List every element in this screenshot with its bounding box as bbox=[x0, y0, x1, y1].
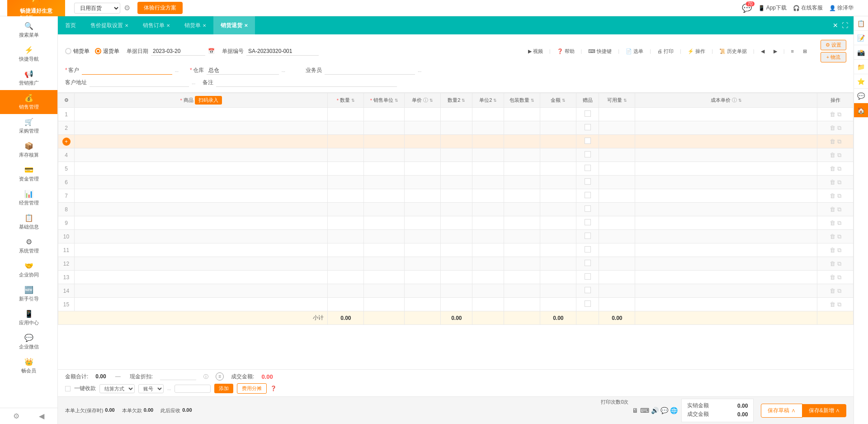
unit2-cell-1[interactable] bbox=[472, 108, 504, 121]
sidebar-item-member[interactable]: 👑 畅会员 bbox=[0, 354, 57, 378]
customer-input[interactable] bbox=[82, 66, 172, 75]
delete-row-6[interactable]: 🗑 bbox=[830, 179, 835, 186]
copy-row-14[interactable]: ⧉ bbox=[837, 287, 841, 295]
qty2-cell-2[interactable] bbox=[441, 121, 472, 135]
product-input-3[interactable] bbox=[78, 138, 324, 145]
sidebar-item-operation[interactable]: 📊 经营管理 bbox=[0, 186, 57, 210]
taskbar-icon-3[interactable]: 🔊 bbox=[651, 407, 659, 414]
tab-sales-delivery-close[interactable]: ✕ bbox=[203, 23, 206, 28]
cost-info-icon[interactable]: ⓘ bbox=[732, 97, 737, 104]
gift-cell-3[interactable] bbox=[576, 135, 599, 148]
right-btn-star[interactable]: ⭐ bbox=[854, 74, 868, 89]
delete-row-4[interactable]: 🗑 bbox=[830, 152, 835, 159]
video-btn[interactable]: ▶ 视频 bbox=[525, 47, 546, 56]
product-cell-2[interactable] bbox=[75, 121, 328, 135]
copy-row-10[interactable]: ⧉ bbox=[837, 233, 841, 240]
tab-price-extract-close[interactable]: ✕ bbox=[125, 23, 128, 28]
sidebar-item-system[interactable]: ⚙ 系统管理 bbox=[0, 234, 57, 258]
delete-row-7[interactable]: 🗑 bbox=[830, 192, 835, 200]
tab-home[interactable]: 首页 bbox=[58, 16, 83, 34]
tab-sales-return[interactable]: 销货退货 ✕ bbox=[213, 16, 255, 34]
settings-gear-icon[interactable]: ⚙ bbox=[124, 4, 130, 12]
unit2-cell-2[interactable] bbox=[472, 121, 504, 135]
payment-amount-input[interactable] bbox=[175, 385, 211, 393]
avail-cell-3[interactable] bbox=[599, 135, 635, 148]
taskbar-icon-2[interactable]: ⌨ bbox=[640, 407, 649, 414]
history-btn[interactable]: 📜 历史单据 bbox=[717, 47, 750, 56]
gift-cell-2[interactable] bbox=[576, 121, 599, 135]
product-cell-3[interactable] bbox=[75, 135, 328, 148]
qty-cell-3[interactable] bbox=[328, 135, 364, 148]
sidebar-settings-icon[interactable]: ⚙ bbox=[13, 412, 19, 420]
copy-row-6[interactable]: ⧉ bbox=[837, 179, 841, 186]
sidebar-item-wechat[interactable]: 💬 企业微信 bbox=[0, 330, 57, 354]
table-gear-icon[interactable]: ⚙ bbox=[64, 97, 69, 103]
right-btn-photo[interactable]: 📸 bbox=[854, 45, 868, 60]
copy-row-12[interactable]: ⧉ bbox=[837, 260, 841, 267]
qty-cell-2[interactable] bbox=[328, 121, 364, 135]
expense-split-btn[interactable]: 费用分摊 bbox=[237, 383, 267, 394]
amount-cell-2[interactable] bbox=[540, 121, 576, 135]
delete-row-12[interactable]: 🗑 bbox=[830, 260, 835, 267]
delete-row-3[interactable]: 🗑 bbox=[830, 138, 835, 145]
exp-button[interactable]: 体验行业方案 bbox=[137, 2, 183, 14]
right-btn-note[interactable]: 📝 bbox=[854, 31, 868, 45]
address-dots[interactable]: ... bbox=[192, 80, 195, 85]
save-draft-button[interactable]: 保存草稿 ∧ bbox=[761, 404, 802, 418]
amount-cell-3[interactable] bbox=[540, 135, 576, 148]
copy-row-9[interactable]: ⧉ bbox=[837, 219, 841, 227]
nav-next-btn[interactable]: ▶ bbox=[771, 48, 780, 55]
price-cell-1[interactable] bbox=[405, 108, 441, 121]
avail-sort-icon[interactable]: ⇅ bbox=[623, 98, 627, 103]
delete-row-8[interactable]: 🗑 bbox=[830, 206, 835, 213]
unit-cell-2[interactable] bbox=[364, 121, 405, 135]
copy-row-5[interactable]: ⧉ bbox=[837, 165, 841, 172]
view-grid-btn[interactable]: ⊞ bbox=[800, 48, 810, 55]
account-dots[interactable]: ... bbox=[167, 386, 171, 391]
tab-sales-return-close[interactable]: ✕ bbox=[244, 23, 248, 28]
sidebar-item-sales[interactable]: 💰 销售管理 bbox=[0, 90, 57, 114]
copy-row-15[interactable]: ⧉ bbox=[837, 301, 841, 308]
right-btn-chat[interactable]: 💬 bbox=[854, 89, 868, 103]
pkgqty-sort-icon[interactable]: ⇅ bbox=[531, 98, 534, 103]
taskbar-icon-1[interactable]: 🖥 bbox=[632, 407, 638, 414]
add-logistics-button[interactable]: + 物流 bbox=[821, 52, 846, 62]
docno-input[interactable] bbox=[246, 47, 319, 56]
delete-row-5[interactable]: 🗑 bbox=[830, 165, 835, 172]
qty-sort-icon[interactable]: ⇅ bbox=[351, 98, 355, 103]
online-service-btn[interactable]: 🎧 在线客服 bbox=[793, 4, 823, 12]
tab-sales-order-close[interactable]: ✕ bbox=[166, 23, 170, 28]
select-btn[interactable]: 📄 选单 bbox=[623, 47, 646, 56]
amount-cell-1[interactable] bbox=[540, 108, 576, 121]
pkgqty-cell-3[interactable] bbox=[504, 135, 540, 148]
copy-row-2[interactable]: ⧉ bbox=[837, 124, 841, 132]
taskbar-icon-5[interactable]: 🌐 bbox=[670, 407, 678, 414]
salesperson-dots[interactable]: ... bbox=[418, 68, 421, 73]
account-select[interactable]: 账号 bbox=[138, 384, 164, 393]
customer-dots[interactable]: ... bbox=[175, 68, 179, 73]
unit2-cell-3[interactable] bbox=[472, 135, 504, 148]
amount-sort-icon[interactable]: ⇅ bbox=[562, 98, 566, 103]
price-cell-3[interactable] bbox=[405, 135, 441, 148]
taskbar-icon-4[interactable]: 💬 bbox=[660, 407, 668, 414]
qty2-cell-1[interactable] bbox=[441, 108, 472, 121]
discount-info-icon[interactable]: ⓘ bbox=[203, 373, 208, 380]
cost-cell-2[interactable] bbox=[635, 121, 817, 135]
qty2-cell-3[interactable] bbox=[441, 135, 472, 148]
gift-cell-1[interactable] bbox=[576, 108, 599, 121]
view-list-btn[interactable]: ≡ bbox=[788, 48, 797, 55]
price-sort-icon[interactable]: ⇅ bbox=[429, 98, 433, 103]
copy-row-8[interactable]: ⧉ bbox=[837, 206, 841, 213]
pkgqty-cell-1[interactable] bbox=[504, 108, 540, 121]
price-cell-2[interactable] bbox=[405, 121, 441, 135]
cost-sort-icon[interactable]: ⇅ bbox=[738, 98, 742, 103]
operation-btn[interactable]: ⚡ 操作 bbox=[685, 47, 708, 56]
sidebar-item-shortcut[interactable]: ⚡ 快捷导航 bbox=[0, 42, 57, 66]
delete-row-10[interactable]: 🗑 bbox=[830, 233, 835, 240]
save-new-button[interactable]: 保存&新增 ∧ bbox=[802, 404, 846, 417]
sidebar-item-search[interactable]: 🔍 搜索菜单 bbox=[0, 18, 57, 42]
unit-cell-1[interactable] bbox=[364, 108, 405, 121]
copy-row-3[interactable]: ⧉ bbox=[837, 138, 841, 145]
sidebar-collapse-icon[interactable]: ◀ bbox=[39, 412, 44, 420]
unit-sort-icon[interactable]: ⇅ bbox=[395, 98, 398, 103]
